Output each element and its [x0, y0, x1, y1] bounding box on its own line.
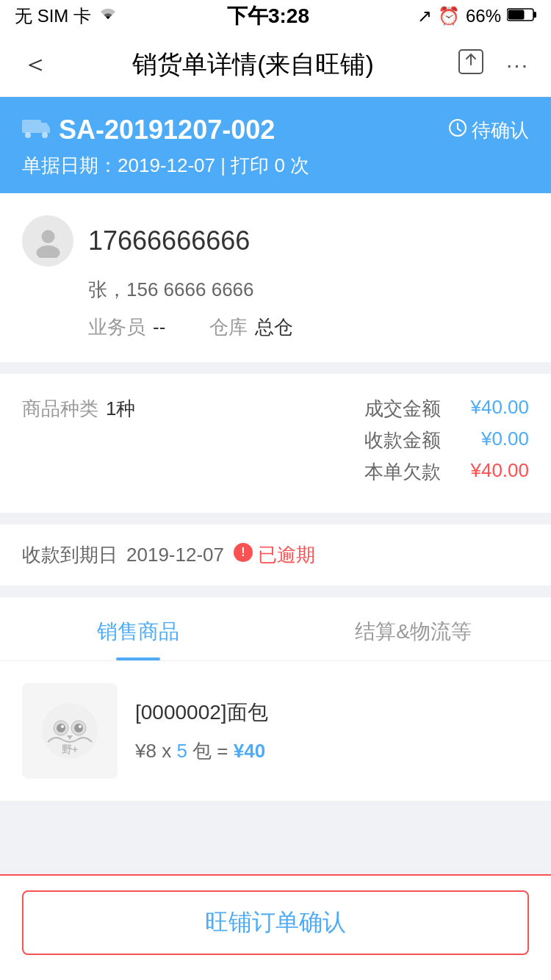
svg-point-5 [25, 132, 31, 138]
order-header-top: SA-20191207-002 待确认 [22, 115, 529, 145]
svg-rect-1 [533, 12, 536, 18]
overdue-badge: ! 已逾期 [233, 542, 315, 568]
category-info: 商品种类 1种 [22, 396, 135, 422]
truck-icon [22, 115, 51, 145]
share-icon[interactable] [458, 48, 484, 80]
owed-amount-label: 本单欠款 [364, 459, 441, 485]
svg-point-15 [57, 724, 65, 732]
product-info: [0000002]面包 ¥8 x 5 包 = ¥40 [135, 699, 529, 764]
status-bar: 无 SIM 卡 下午3:28 ↗ ⏰ 66% [0, 0, 551, 32]
summary-section: 商品种类 1种 成交金额 ¥40.00 收款金额 ¥0.00 本单欠款 ¥40.… [0, 374, 551, 513]
price-per-unit: ¥8 [135, 740, 156, 762]
customer-name: 张，156 6666 6666 [22, 277, 529, 303]
location-icon: ↗ [417, 6, 432, 26]
product-quantity: 5 [176, 740, 187, 762]
amount-row-received: 收款金额 ¥0.00 [364, 428, 529, 453]
product-item: 野+ [0000002]面包 ¥8 x 5 包 = ¥40 [22, 683, 529, 779]
status-bar-right: ↗ ⏰ 66% [417, 6, 536, 26]
price-equals: = [217, 740, 233, 762]
amount-row-owed: 本单欠款 ¥40.00 [364, 459, 529, 485]
back-button[interactable]: ＜ [22, 46, 48, 82]
amounts-list: 成交金额 ¥40.00 收款金额 ¥0.00 本单欠款 ¥40.00 [364, 396, 529, 491]
carrier-text: 无 SIM 卡 [15, 4, 91, 28]
sales-rep-item: 业务员 -- [88, 314, 165, 340]
product-section: 野+ [0000002]面包 ¥8 x 5 包 = ¥40 [0, 661, 551, 801]
amount-row-deal: 成交金额 ¥40.00 [364, 396, 529, 422]
more-icon[interactable]: ··· [506, 52, 529, 77]
status-bar-left: 无 SIM 卡 [15, 4, 119, 28]
owed-amount-value: ¥40.00 [470, 459, 529, 485]
sales-rep-label: 业务员 [88, 314, 145, 340]
order-number: SA-20191207-002 [22, 115, 275, 145]
page-title: 销货单详情(来自旺铺) [132, 48, 374, 82]
received-amount-value: ¥0.00 [481, 428, 529, 453]
order-date: 单据日期：2019-12-07 | 打印 0 次 [22, 153, 529, 179]
svg-point-6 [42, 132, 48, 138]
deal-amount-value: ¥40.00 [470, 396, 529, 422]
confirm-order-button[interactable]: 旺铺订单确认 [22, 890, 529, 955]
customer-meta: 业务员 -- 仓库 总仓 [22, 314, 529, 340]
warning-icon: ! [233, 542, 253, 568]
bottom-bar: 旺铺订单确认 [0, 874, 551, 980]
product-price: ¥8 x 5 包 = ¥40 [135, 738, 529, 764]
tabs-section: 销售商品 结算&物流等 [0, 597, 551, 661]
product-total: ¥40 [234, 740, 265, 762]
deal-amount-label: 成交金额 [364, 396, 441, 422]
due-date-label: 收款到期日 [22, 542, 118, 568]
nav-right-actions: ··· [458, 48, 529, 80]
due-date-value: 2019-12-07 [126, 544, 224, 566]
svg-point-8 [41, 230, 54, 243]
svg-point-17 [61, 725, 64, 728]
tabs-header: 销售商品 结算&物流等 [0, 597, 551, 661]
warehouse-value: 总仓 [255, 314, 293, 340]
customer-top: 17666666666 [22, 215, 529, 267]
due-date-section: 收款到期日 2019-12-07 ! 已逾期 [0, 525, 551, 586]
product-unit: 包 [192, 740, 212, 762]
product-thumbnail: 野+ [22, 683, 118, 779]
clock-icon [448, 118, 467, 143]
battery-text: 66% [466, 6, 501, 26]
svg-point-16 [74, 724, 83, 732]
tab-sales-products[interactable]: 销售商品 [0, 597, 276, 660]
battery-icon [507, 6, 536, 26]
tab-settlement-logistics[interactable]: 结算&物流等 [276, 597, 551, 660]
svg-rect-2 [508, 10, 524, 20]
svg-point-9 [36, 245, 60, 258]
customer-avatar [22, 215, 73, 267]
warehouse-label: 仓库 [209, 314, 248, 340]
customer-phone: 17666666666 [88, 226, 250, 256]
order-status: 待确认 [448, 118, 529, 143]
sales-rep-value: -- [153, 316, 165, 339]
price-multiply: x [162, 740, 176, 762]
product-name: [0000002]面包 [135, 699, 529, 727]
svg-text:野+: 野+ [62, 743, 78, 755]
status-bar-time: 下午3:28 [227, 2, 309, 30]
alarm-icon: ⏰ [438, 6, 460, 26]
customer-section: 17666666666 张，156 6666 6666 业务员 -- 仓库 总仓 [0, 193, 551, 362]
svg-rect-4 [22, 120, 41, 133]
category-value: 1种 [106, 396, 135, 422]
svg-text:!: ! [241, 546, 245, 558]
order-header: SA-20191207-002 待确认 单据日期：2019-12-07 | 打印… [0, 97, 551, 193]
category-label: 商品种类 [22, 396, 98, 422]
received-amount-label: 收款金额 [364, 428, 441, 453]
svg-point-18 [79, 725, 82, 728]
wifi-icon [97, 6, 119, 26]
nav-bar: ＜ 销货单详情(来自旺铺) ··· [0, 32, 551, 97]
warehouse-item: 仓库 总仓 [209, 314, 293, 340]
